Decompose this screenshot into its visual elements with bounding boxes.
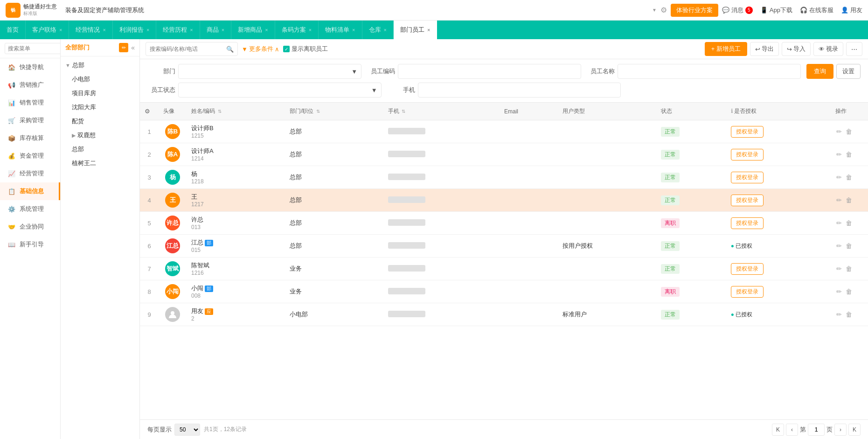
edit-icon[interactable]: ✏ (836, 265, 842, 272)
new-employee-button[interactable]: + 新增员工 (705, 42, 747, 56)
last-page-btn[interactable]: K (848, 424, 861, 436)
tab-business[interactable]: 经营情况× (69, 21, 112, 39)
sidebar-item-collab[interactable]: 🤝 企业协同 (0, 218, 60, 236)
tree-node-headquarters[interactable]: ▼ 总部 (61, 58, 139, 72)
tab-bom-close[interactable]: × (352, 27, 355, 33)
more-filter-btn[interactable]: ▼ 更多条件 ∧ (242, 45, 279, 53)
tab-bom[interactable]: 物料清单× (319, 21, 362, 39)
edit-icon[interactable]: ✏ (836, 151, 842, 158)
name-sort-icon[interactable]: ⇅ (218, 109, 222, 114)
edit-icon[interactable]: ✏ (836, 311, 842, 318)
per-page-select[interactable]: 50 100 (174, 424, 200, 436)
edit-icon[interactable]: ✏ (836, 196, 842, 204)
sidebar-item-finance[interactable]: 💰 资金管理 (0, 147, 60, 165)
first-page-btn[interactable]: K (772, 424, 784, 436)
emp-name-input[interactable] (618, 64, 801, 79)
tab-profit-close[interactable]: × (146, 27, 149, 33)
gear-icon[interactable]: ⚙ (660, 6, 667, 14)
delete-icon[interactable]: 🗑 (846, 219, 852, 227)
phone-input[interactable] (418, 83, 621, 98)
status-select[interactable]: ▼ (178, 83, 382, 98)
system-dropdown-icon[interactable]: ▼ (652, 7, 657, 13)
auth-login-button[interactable]: 授权登录 (731, 286, 764, 298)
more-ops-button[interactable]: ⋯ (846, 42, 862, 56)
tab-customer-close[interactable]: × (59, 27, 62, 33)
edit-icon[interactable]: ✏ (836, 288, 842, 295)
delete-icon[interactable]: 🗑 (846, 174, 852, 181)
tab-employees[interactable]: 部门员工× (394, 21, 437, 39)
settings-icon[interactable]: ⚙ (145, 108, 150, 115)
edit-icon[interactable]: ✏ (836, 128, 842, 135)
sidebar-item-system[interactable]: ⚙️ 系统管理 (0, 200, 60, 218)
dept-sort-icon[interactable]: ⇅ (316, 109, 320, 114)
user-button[interactable]: 👤 用友 (841, 6, 862, 14)
sidebar-item-purchase[interactable]: 🛒 采购管理 (0, 111, 60, 129)
show-active-toggle[interactable]: ✓ 显示离职员工 (283, 45, 328, 53)
delete-icon[interactable]: 🗑 (846, 311, 852, 318)
auth-login-button[interactable]: 授权登录 (731, 217, 764, 229)
page-input[interactable] (808, 424, 825, 436)
sidebar-item-inventory[interactable]: 📦 库存核算 (0, 129, 60, 147)
auth-login-button[interactable]: 授权登录 (731, 149, 764, 160)
export-button[interactable]: ↩ 导出 (750, 42, 779, 56)
msg-button[interactable]: 💬 消息 5 (722, 6, 753, 14)
set-button[interactable]: 设置 (836, 64, 861, 79)
tree-edit-icon[interactable]: ✏ (119, 43, 128, 52)
search-input[interactable] (150, 46, 224, 52)
tab-new-goods[interactable]: 新增商品× (231, 21, 275, 39)
edit-icon[interactable]: ✏ (836, 219, 842, 227)
delete-icon[interactable]: 🗑 (846, 128, 852, 135)
delete-icon[interactable]: 🗑 (846, 196, 852, 204)
tree-node-xiaodian[interactable]: 小电部 (61, 72, 139, 86)
search-icon[interactable]: 🔍 (226, 46, 234, 53)
auth-login-button[interactable]: 授权登录 (731, 172, 764, 183)
auth-login-button[interactable]: 授权登录 (731, 263, 764, 275)
next-page-btn[interactable]: › (834, 424, 847, 436)
tab-barcode-close[interactable]: × (309, 27, 312, 33)
tab-barcode[interactable]: 条码方案× (275, 21, 319, 39)
tab-warehouse[interactable]: 仓库× (362, 21, 394, 39)
sidebar-item-sales[interactable]: 📊 销售管理 (0, 94, 60, 111)
app-download-button[interactable]: 📱 App下载 (760, 6, 792, 14)
delete-icon[interactable]: 🗑 (846, 151, 852, 158)
tab-business-close[interactable]: × (103, 27, 105, 33)
dept-select[interactable]: ▼ (178, 64, 361, 79)
delete-icon[interactable]: 🗑 (846, 288, 852, 295)
service-button[interactable]: 🎧 在线客服 (800, 6, 833, 14)
tree-node-project[interactable]: 项目库房 (61, 86, 139, 100)
view-button[interactable]: 👁 视录 (813, 42, 843, 56)
edit-icon[interactable]: ✏ (836, 242, 842, 250)
tree-node-shenyang[interactable]: 沈阳大库 (61, 100, 139, 114)
sidebar-item-basic[interactable]: 📋 基础信息 (0, 182, 60, 200)
sidebar-item-guide[interactable]: 📖 新手引导 (0, 236, 60, 253)
delete-icon[interactable]: 🗑 (846, 265, 852, 272)
edit-icon[interactable]: ✏ (836, 174, 842, 181)
auth-login-button[interactable]: 授权登录 (731, 126, 764, 138)
tab-home[interactable]: 首页 (0, 21, 26, 39)
tab-employees-close[interactable]: × (427, 27, 430, 33)
import-button[interactable]: ↪ 导入 (782, 42, 811, 56)
tree-node-shuanglu[interactable]: ▶ 双鹿想 (61, 128, 139, 142)
tab-new-goods-close[interactable]: × (265, 27, 268, 33)
sidebar-item-marketing[interactable]: 📢 营销推广 (0, 76, 60, 94)
emp-code-input[interactable] (398, 64, 581, 79)
phone-sort-icon[interactable]: ⇅ (402, 109, 405, 114)
tree-node-peihuo[interactable]: 配货 (61, 114, 139, 128)
tab-goods-close[interactable]: × (222, 27, 224, 33)
prev-page-btn[interactable]: ‹ (786, 424, 798, 436)
trial-button[interactable]: 体验行业方案 (671, 4, 718, 17)
tree-node-zongbu[interactable]: 总部 (61, 142, 139, 156)
tree-node-zhishu[interactable]: 植树王二 (61, 156, 139, 170)
tab-history[interactable]: 经营历程× (156, 21, 200, 39)
sidebar-item-quicknav[interactable]: 🏠 快捷导航 (0, 58, 60, 76)
delete-icon[interactable]: 🗑 (846, 242, 852, 250)
sidebar-item-operation[interactable]: 📈 经营管理 (0, 165, 60, 182)
tab-profit[interactable]: 利润报告× (113, 21, 156, 39)
tab-history-close[interactable]: × (190, 27, 193, 33)
auth-login-button[interactable]: 授权登录 (731, 195, 764, 206)
sidebar-search-input[interactable] (5, 43, 61, 54)
tab-customer[interactable]: 客户联络× (26, 21, 69, 39)
tree-collapse-btn[interactable]: « (131, 44, 135, 51)
query-button[interactable]: 查询 (806, 64, 833, 79)
tab-warehouse-close[interactable]: × (384, 27, 387, 33)
